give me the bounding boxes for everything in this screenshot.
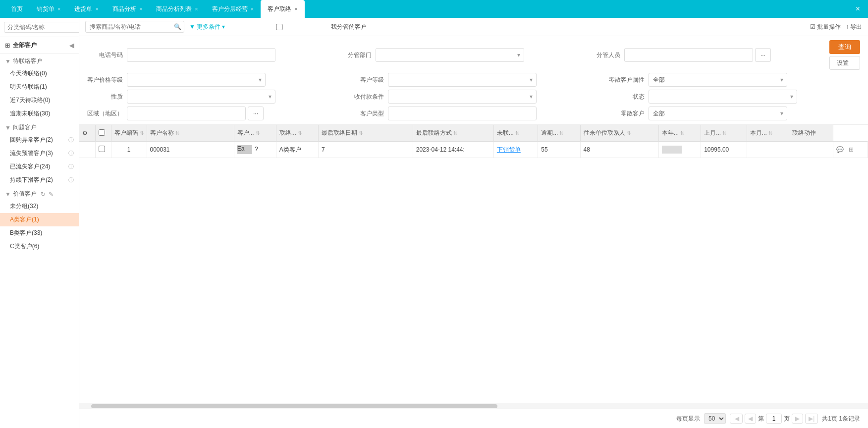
manager-input[interactable] <box>624 48 753 62</box>
sort-date-icon[interactable]: ⇅ <box>359 130 363 136</box>
sidebar-item-ungrouped[interactable]: 未分组(32) <box>0 200 79 213</box>
close-purchase-icon[interactable]: × <box>95 6 98 12</box>
sort-type-icon[interactable]: ⇅ <box>256 130 260 136</box>
retail-customer-select[interactable]: 全部 <box>649 107 787 120</box>
sort-lastmonth-icon[interactable]: ⇅ <box>722 130 726 136</box>
prev-page-button[interactable]: ◀ <box>745 414 756 424</box>
phone-input[interactable] <box>127 48 275 62</box>
sort-notcontact-icon[interactable]: ⇅ <box>515 130 519 136</box>
sidebar-collapse-button[interactable]: ◀ <box>69 42 74 49</box>
sidebar-item-repurchase-abnormal[interactable]: 回购异常客户(2) ⓘ <box>0 133 79 147</box>
sort-name-icon[interactable]: ⇅ <box>175 130 179 136</box>
status-select-wrap: ▾ <box>649 90 797 104</box>
sidebar-item-7days[interactable]: 近7天待联络(0) <box>0 94 79 107</box>
sidebar-item-today[interactable]: 今天待联络(0) <box>0 67 79 80</box>
page-size-select[interactable]: 50 <box>704 413 726 424</box>
next-page-button[interactable]: ▶ <box>792 414 803 424</box>
phone-label: 电话号码 <box>87 51 127 59</box>
edit-icon[interactable]: ✎ <box>49 191 54 198</box>
th-last-contact-date: 最后联络日期 ⇅ <box>318 125 413 142</box>
retail-attr-select[interactable]: 全部 <box>649 73 787 87</box>
sidebar-item-tomorrow[interactable]: 明天待联络(1) <box>0 80 79 94</box>
th-gear[interactable]: ⚙ <box>79 125 95 142</box>
batch-op-button[interactable]: ☑ 批量操作 <box>810 23 841 31</box>
dept-select-wrap: ▾ <box>376 48 524 62</box>
region-dots-button[interactable]: ··· <box>248 107 264 120</box>
last-page-button[interactable]: ▶| <box>805 414 818 424</box>
select-all-checkbox[interactable] <box>99 129 105 136</box>
sort-code-icon[interactable]: ⇅ <box>140 130 144 136</box>
filter-bar-right: ☑ 批量操作 ↑ 导出 <box>810 23 862 31</box>
close-sales-icon[interactable]: × <box>57 6 60 12</box>
search-input[interactable] <box>85 21 184 33</box>
close-customer-segment-icon[interactable]: × <box>251 6 254 12</box>
sidebar-item-a-class[interactable]: A类客户(1) <box>0 213 79 226</box>
sort-overdue-icon[interactable]: ⇅ <box>559 130 563 136</box>
nav-home[interactable]: 首页 <box>4 0 30 18</box>
nav-customer-contact[interactable]: 客户联络 × <box>261 0 304 18</box>
sidebar-item-churn-warning[interactable]: 流失预警客户(3) ⓘ <box>0 147 79 160</box>
search-icon[interactable]: 🔍 <box>174 23 181 30</box>
nav-sales[interactable]: 销货单 × <box>30 0 67 18</box>
status-select[interactable] <box>649 90 797 104</box>
price-level-select[interactable] <box>127 73 266 87</box>
th-code: 客户编码 ⇅ <box>111 125 147 142</box>
scroll-bottom <box>79 403 868 409</box>
th-name: 客户名称 ⇅ <box>147 125 234 142</box>
sort-thismonth-icon[interactable]: ⇅ <box>768 130 772 136</box>
sort-method-icon[interactable]: ⇅ <box>453 130 457 136</box>
export-button[interactable]: ↑ 导出 <box>846 23 862 31</box>
close-customer-contact-icon[interactable]: × <box>294 6 297 12</box>
query-button[interactable]: 查询 <box>829 40 860 54</box>
nav-purchase[interactable]: 进货单 × <box>67 0 105 18</box>
close-all-button[interactable]: × <box>852 4 864 13</box>
row-name: Ea ? <box>234 142 276 158</box>
sort-contact-icon[interactable]: ⇅ <box>298 130 302 136</box>
my-customers-checkbox[interactable] <box>230 24 329 30</box>
retail-customer-select-wrap: 全部 ▾ <box>649 107 787 120</box>
scroll-bar[interactable] <box>91 404 497 408</box>
nature-select[interactable] <box>127 90 275 104</box>
dept-select[interactable] <box>376 48 524 62</box>
first-page-button[interactable]: |◀ <box>730 414 743 424</box>
nav-customer-segment[interactable]: 客户分层经营 × <box>205 0 261 18</box>
sidebar-item-b-class[interactable]: B类客户(33) <box>0 226 79 240</box>
sort-person-icon[interactable]: ⇅ <box>627 130 631 136</box>
arrow-down-icon2: ▼ <box>5 124 11 131</box>
sidebar-search-input[interactable] <box>4 22 79 33</box>
payment-select[interactable] <box>388 90 537 104</box>
refresh-icon[interactable]: ↻ <box>41 191 46 198</box>
row-checkbox[interactable] <box>95 142 111 158</box>
row-select-checkbox[interactable] <box>99 146 105 152</box>
sidebar-group-problem[interactable]: ▼ 问题客户 <box>0 120 79 133</box>
adv-filter-row-4: 区域（地区） ··· 客户类型 零散客户 全部 ▾ <box>87 107 860 120</box>
sidebar-all-customers[interactable]: ⊞ 全部客户 ◀ <box>0 37 79 54</box>
nav-product-analysis[interactable]: 商品分析 × <box>106 0 149 18</box>
close-product-analysis-icon[interactable]: × <box>139 6 142 12</box>
page-number-input[interactable] <box>766 414 782 424</box>
sidebar-group-value[interactable]: ▼ 价值客户 ↻ ✎ <box>0 187 79 200</box>
settings-button[interactable]: 设置 <box>829 56 860 70</box>
gear-icon[interactable]: ⚙ <box>82 130 88 137</box>
sidebar-item-declining[interactable]: 持续下滑客户(2) ⓘ <box>0 173 79 187</box>
arrow-down-icon3: ▼ <box>5 191 11 198</box>
th-last-month: 上月... ⇅ <box>701 125 747 142</box>
more-filters-button[interactable]: ▼ 更多条件 ▾ <box>189 23 225 31</box>
sidebar-item-churned[interactable]: 已流失客户(24) ⓘ <box>0 160 79 173</box>
action-icon-1[interactable]: 💬 <box>836 146 844 153</box>
nav-product-list[interactable]: 商品分析列表 × <box>149 0 205 18</box>
close-product-list-icon[interactable]: × <box>195 6 198 12</box>
sidebar-group-pending[interactable]: ▼ 待联络客户 <box>0 54 79 67</box>
sort-year-icon[interactable]: ⇅ <box>680 130 684 136</box>
action-icon-2[interactable]: ⊞ <box>849 146 854 153</box>
sidebar-item-c-class[interactable]: C类客户(6) <box>0 240 79 253</box>
table-footer: 每页显示 50 |◀ ◀ 第 页 ▶ ▶| 共1页 1条记录 <box>79 409 868 428</box>
th-checkbox[interactable] <box>95 125 111 142</box>
th-actions: 联络动作 <box>789 125 833 142</box>
customer-type-input[interactable] <box>388 107 537 120</box>
sidebar-item-overdue[interactable]: 逾期未联络(30) <box>0 107 79 120</box>
customer-level-select[interactable] <box>388 73 537 87</box>
manager-dots-button[interactable]: ··· <box>755 48 771 62</box>
my-customers-checkbox-wrap[interactable]: 我分管的客户 <box>230 23 367 31</box>
region-input[interactable] <box>127 107 246 120</box>
